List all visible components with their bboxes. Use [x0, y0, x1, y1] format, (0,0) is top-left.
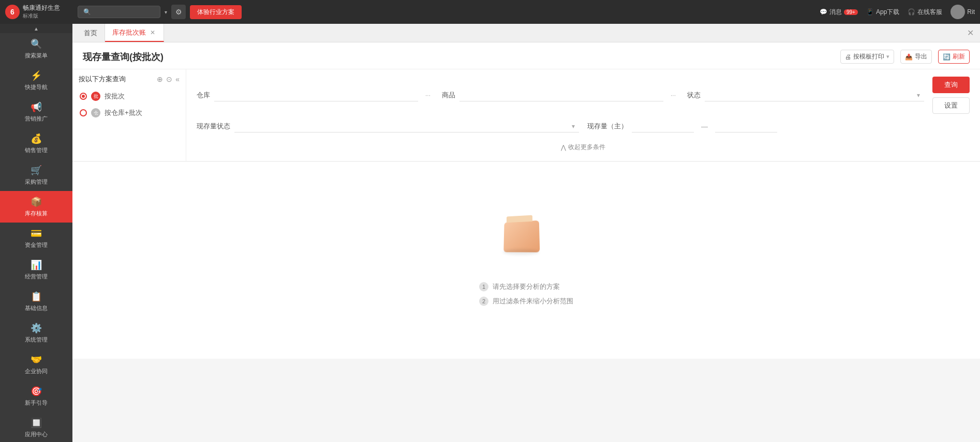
sidebar-item-operations[interactable]: 📊经营管理 — [0, 254, 72, 286]
tab-label-home: 首页 — [84, 28, 97, 38]
print-dropdown-arrow[interactable]: ▾ — [886, 53, 889, 60]
app-download-icon: 📱 — [866, 8, 874, 16]
schema-icon-by-batch: 批 — [91, 92, 100, 101]
collapse-more-conditions-button[interactable]: ⋀ 收起更多条件 — [561, 143, 605, 152]
print-icon: 🖨 — [845, 53, 851, 61]
sidebar-label-finance: 资金管理 — [25, 241, 48, 249]
left-panel-header: 按以下方案查询 ⊕ ⊙ « — [72, 75, 186, 88]
filter-action-buttons: 查询 设置 — [932, 77, 970, 114]
refresh-button[interactable]: 🔄 刷新 — [938, 50, 970, 64]
export-button[interactable]: 📤 导出 — [900, 50, 932, 64]
schema-radio-by-batch — [80, 93, 87, 100]
page-header: 现存量查询(按批次) 🖨 按模板打印 ▾ 📤 导出 🔄 刷新 — [72, 42, 980, 69]
settings-gear-icon[interactable]: ⚙ — [171, 5, 186, 19]
user-avatar[interactable]: Rit — [951, 5, 975, 19]
search-icon: 🔍 — [83, 8, 91, 16]
refresh-icon: 🔄 — [943, 53, 951, 61]
stock-status-filter: 现存量状态 — [197, 120, 579, 132]
product-input[interactable] — [459, 89, 663, 101]
tab-inventory-batch[interactable]: 库存批次账✕ — [105, 24, 164, 42]
sidebar-item-newbie[interactable]: 🎯新手引导 — [0, 380, 72, 412]
product-more-icon[interactable]: ··· — [667, 91, 679, 100]
stock-quantity-from-input[interactable] — [632, 120, 694, 132]
empty-illustration — [500, 215, 552, 267]
tab-label-inventory-batch: 库存批次账 — [112, 28, 146, 37]
app-logo-icon: 6 — [5, 5, 20, 19]
right-filter-panel: 仓库 ··· 商品 ··· 状态 — [186, 69, 980, 161]
schema-settings-icon[interactable]: ⊙ — [166, 75, 172, 83]
newbie-icon: 🎯 — [31, 386, 42, 397]
stock-quantity-filter: 现存量（主） — — [587, 120, 970, 132]
table-settings-button[interactable]: 设置 — [932, 97, 970, 114]
add-schema-icon[interactable]: ⊕ — [157, 75, 163, 83]
app-download-link[interactable]: 📱 App下载 — [866, 8, 899, 17]
filter-area: 按以下方案查询 ⊕ ⊙ « 批按批次仓按仓库+批次 — [72, 69, 980, 161]
sidebar-item-marketing[interactable]: 📢营销推广 — [0, 96, 72, 128]
warehouse-filter: 仓库 ··· — [197, 89, 434, 101]
search-box[interactable]: 🔍 — [78, 6, 160, 18]
sidebar-item-system[interactable]: ⚙️系统管理 — [0, 317, 72, 349]
stock-status-select-wrapper — [234, 120, 579, 132]
sidebar-item-sales[interactable]: 💰销售管理 — [0, 128, 72, 159]
warehouse-input[interactable] — [214, 89, 418, 101]
export-icon: 📤 — [905, 53, 913, 61]
message-notification[interactable]: 💬 消息 99+ — [820, 8, 858, 17]
warehouse-label: 仓库 — [197, 91, 210, 100]
schema-label-by-warehouse-batch: 按仓库+批次 — [105, 108, 142, 117]
page-content: 现存量查询(按批次) 🖨 按模板打印 ▾ 📤 导出 🔄 刷新 — [72, 42, 980, 442]
sidebar-item-enterprise[interactable]: 🤝企业协同 — [0, 349, 72, 380]
sidebar-item-purchase[interactable]: 🛒采购管理 — [0, 159, 72, 191]
header-middle: 🔍 ▾ ⚙ 体验行业方案 — [78, 5, 820, 19]
tab-extra-actions: ✕ — [965, 28, 980, 38]
schema-radio-by-warehouse-batch — [80, 109, 87, 116]
sidebar-label-app-center: 应用中心 — [25, 431, 48, 438]
sidebar-label-search-menu: 搜索菜单 — [25, 52, 48, 60]
warehouse-more-icon[interactable]: ··· — [422, 91, 434, 100]
sidebar-scroll-up[interactable]: ▲ — [0, 24, 72, 33]
trial-button[interactable]: 体验行业方案 — [190, 5, 242, 19]
system-icon: ⚙️ — [31, 322, 42, 334]
collapse-panel-icon[interactable]: « — [175, 75, 180, 83]
page-actions: 🖨 按模板打印 ▾ 📤 导出 🔄 刷新 — [840, 50, 970, 64]
logo-area: 6 畅康通好生意 标准版 — [5, 4, 78, 20]
sidebar-item-inventory[interactable]: 📦库存核算 — [0, 191, 72, 223]
product-filter: 商品 ··· — [442, 89, 679, 101]
sidebar-item-quick-nav[interactable]: ⚡快捷导航 — [0, 65, 72, 96]
app-center-icon: 🔲 — [31, 417, 42, 429]
content-area: 首页库存批次账✕ ✕ 现存量查询(按批次) 🖨 按模板打印 ▾ 📤 导 — [72, 24, 980, 442]
status-select[interactable] — [705, 89, 924, 101]
sidebar-label-purchase: 采购管理 — [25, 178, 48, 186]
filter-row-2: 现存量状态 现存量（主） — — [197, 120, 970, 132]
sidebar-item-search-menu[interactable]: 🔍搜索菜单 — [0, 33, 72, 65]
tip-text: 用过滤条件来缩小分析范围 — [493, 297, 573, 306]
tab-close-inventory-batch[interactable]: ✕ — [149, 28, 156, 37]
top-header: 6 畅康通好生意 标准版 🔍 ▾ ⚙ 体验行业方案 💬 消息 99+ 📱 App… — [0, 0, 980, 24]
tip-number: 1 — [479, 282, 488, 291]
search-dropdown-arrow[interactable]: ▾ — [165, 9, 167, 15]
stock-quantity-to-input[interactable] — [715, 120, 777, 132]
left-panel-actions: ⊕ ⊙ « — [157, 75, 180, 83]
print-template-button[interactable]: 🖨 按模板打印 ▾ — [840, 50, 894, 64]
marketing-icon: 📢 — [31, 101, 42, 113]
close-tab-icon[interactable]: ✕ — [965, 28, 976, 38]
sidebar-item-finance[interactable]: 💳资金管理 — [0, 223, 72, 254]
status-filter: 状态 — [687, 89, 924, 101]
schema-item-by-warehouse-batch[interactable]: 仓按仓库+批次 — [72, 105, 186, 121]
schema-item-by-batch[interactable]: 批按批次 — [72, 88, 186, 105]
collapse-up-icon: ⋀ — [561, 144, 566, 151]
quantity-range-dash: — — [698, 123, 711, 130]
empty-tip: 1请先选择要分析的方案 — [479, 282, 573, 291]
tip-number: 2 — [479, 297, 488, 306]
tab-home[interactable]: 首页 — [77, 24, 105, 42]
sidebar-label-enterprise: 企业协同 — [25, 367, 48, 375]
sidebar-label-system: 系统管理 — [25, 336, 48, 344]
query-button[interactable]: 查询 — [932, 77, 970, 93]
online-service-link[interactable]: 🎧 在线客服 — [908, 8, 942, 17]
notification-badge: 99+ — [844, 9, 858, 15]
headset-icon: 🎧 — [908, 8, 915, 16]
operations-icon: 📊 — [31, 259, 42, 271]
sidebar-item-basic-info[interactable]: 📋基础信息 — [0, 286, 72, 317]
stock-status-select[interactable] — [234, 120, 579, 132]
sidebar-item-app-center[interactable]: 🔲应用中心 — [0, 412, 72, 442]
basic-info-icon: 📋 — [31, 291, 42, 302]
